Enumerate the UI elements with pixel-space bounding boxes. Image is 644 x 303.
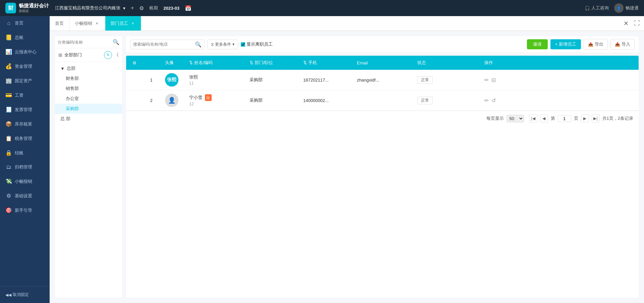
- table-body: 1 张熙 张熙 11 采购部: [126, 70, 639, 111]
- sidebar-item-ledger[interactable]: 📒 总账: [0, 30, 50, 45]
- calendar-icon[interactable]: 📅: [185, 5, 192, 11]
- show-resigned-checkbox[interactable]: [241, 42, 245, 47]
- first-page-button[interactable]: |◀: [529, 114, 537, 122]
- table-row: 2 👤 宁小雪 应: [126, 90, 639, 111]
- page-content: 🔍 ⊞ 全部部门 ✎ 《 ▼ 总部 财务部: [50, 31, 644, 303]
- dept-grid-icon: ⊞: [58, 52, 62, 58]
- tab-close-icon[interactable]: ✕: [622, 18, 630, 29]
- search-icon[interactable]: 🔍: [195, 41, 202, 48]
- row1-avatar: 张熙: [160, 70, 184, 90]
- per-page-select[interactable]: 50 10 20 100: [506, 115, 524, 122]
- row2-emp-code: 12: [189, 102, 212, 106]
- export-icon: 📤: [588, 42, 593, 47]
- sidebar-item-expense[interactable]: 💸 小畅报销: [0, 174, 50, 189]
- archive-icon: 🗂: [5, 164, 12, 170]
- col-settings[interactable]: ⚙: [126, 56, 143, 70]
- settings-nav-icon: ⚙: [5, 193, 12, 199]
- tab-employees-label: 部门员工: [111, 20, 128, 27]
- all-dept-label: 全部部门: [64, 52, 102, 58]
- dept-item-sales[interactable]: 销售部: [55, 84, 122, 94]
- more-filter-button[interactable]: ⧖ 更多条件 ▾: [207, 40, 238, 49]
- row2-status: 正常: [412, 90, 479, 111]
- settings-icon[interactable]: ⚙: [139, 5, 144, 11]
- sidebar-item-archive[interactable]: 🗂 归档管理: [0, 160, 50, 174]
- tab-expense-close[interactable]: ×: [94, 21, 100, 26]
- sidebar-item-tax[interactable]: 📋 税务管理: [0, 131, 50, 146]
- col-dept[interactable]: ⇅ 部门/职位: [244, 56, 298, 70]
- dept-item-hq2[interactable]: 总 部: [55, 114, 122, 124]
- user-area[interactable]: 👤 畅捷通: [614, 3, 639, 13]
- company-selector[interactable]: 江西服宝精品有限责任公司内账张 ▾: [55, 5, 125, 11]
- logo-icon: 财: [5, 3, 16, 13]
- row2-dept: 采购部: [244, 90, 298, 111]
- row1-email: zhangxidf...: [352, 70, 412, 90]
- dept-label-sales: 销售部: [66, 86, 79, 92]
- support-button[interactable]: 🎧 人工咨询: [585, 5, 609, 11]
- total-info: 共1页，2条记录: [602, 115, 633, 121]
- tab-employees-close[interactable]: ×: [130, 21, 136, 26]
- col-phone[interactable]: ⇅ 手机: [298, 56, 352, 70]
- add-tab-icon[interactable]: +: [131, 5, 134, 11]
- logo-text-group: 畅捷通好会计 旗舰版: [19, 3, 49, 13]
- dept-item-finance[interactable]: 财务部: [55, 73, 122, 84]
- filter-icon: ⧖: [211, 42, 214, 47]
- row1-logout-icon[interactable]: ⊟: [491, 77, 496, 83]
- sidebar-item-inventory[interactable]: 📦 库存核算: [0, 117, 50, 131]
- dept-search-icon[interactable]: 🔍: [113, 39, 119, 45]
- dept-item-office[interactable]: 办公室: [55, 94, 122, 104]
- tab-expense-label: 小畅报销: [75, 20, 92, 27]
- sidebar-item-reports[interactable]: 📊 云报表中心: [0, 45, 50, 59]
- tab-home[interactable]: 首页: [50, 16, 69, 31]
- show-resigned-checkbox-area[interactable]: 显示离职员工: [241, 41, 273, 47]
- company-name: 江西服宝精品有限责任公司内账张: [55, 5, 120, 11]
- import-button[interactable]: 📥 导入: [610, 39, 635, 50]
- row2-delete-icon[interactable]: ↺: [491, 97, 496, 104]
- last-page-button[interactable]: ▶|: [592, 114, 600, 122]
- dept-edit-button[interactable]: ✎: [104, 51, 112, 59]
- filter-dropdown-icon: ▾: [232, 42, 234, 47]
- tab-expense[interactable]: 小畅报销 ×: [69, 16, 105, 31]
- prev-page-button[interactable]: ◀: [540, 114, 548, 122]
- col-name[interactable]: ⇅ 姓名/编码: [184, 56, 244, 70]
- row1-actions: ✏ ⊟: [479, 70, 639, 90]
- sidebar-item-funds[interactable]: 💰 资金管理: [0, 59, 50, 73]
- tab-employees[interactable]: 部门员工 ×: [105, 16, 141, 31]
- add-employee-button[interactable]: + 新增员工: [550, 39, 581, 49]
- sidebar-item-closing[interactable]: 🔒 结账: [0, 146, 50, 160]
- dept-item-hq[interactable]: ▼ 总部: [55, 63, 122, 73]
- sidebar-label-home: 首页: [15, 20, 23, 26]
- sidebar-item-guide[interactable]: 🎯 新手引导: [0, 203, 50, 217]
- dept-item-purchase[interactable]: 采购部: [55, 104, 122, 114]
- sidebar-item-settings[interactable]: ⚙ 基础设置: [0, 189, 50, 203]
- app-name: 畅捷通好会计: [19, 3, 49, 9]
- dept-search-input[interactable]: [58, 40, 111, 45]
- home-icon: ⌂: [5, 20, 12, 26]
- sidebar-item-salary[interactable]: 💳 工资: [0, 88, 50, 102]
- page-label-ye: 页: [574, 115, 578, 121]
- page-number-input[interactable]: [558, 115, 571, 122]
- dept-search-area: 🔍: [55, 36, 122, 48]
- dept-collapse-icon[interactable]: 《: [114, 52, 119, 58]
- sidebar-item-assets[interactable]: 🏢 固定资产: [0, 73, 50, 88]
- tab-expand-icon[interactable]: ⛶: [633, 18, 641, 28]
- invite-button[interactable]: 邀请: [527, 39, 548, 49]
- sidebar-item-invoice[interactable]: 🧾 发票管理: [0, 102, 50, 117]
- sidebar-label-settings: 基础设置: [15, 193, 32, 199]
- employee-search-input[interactable]: [133, 42, 194, 47]
- sidebar-item-home[interactable]: ⌂ 首页: [0, 16, 50, 30]
- sidebar-label-guide: 新手引导: [15, 207, 32, 213]
- cancel-fixed-button[interactable]: ◀◀ 取消固定: [0, 289, 50, 300]
- row2-edit-icon[interactable]: ✏: [484, 97, 489, 104]
- export-button[interactable]: 📤 导出: [584, 39, 608, 50]
- assets-icon: 🏢: [5, 78, 12, 84]
- row1-name: 张熙 11: [184, 70, 244, 90]
- inventory-icon: 📦: [5, 121, 12, 127]
- import-label: 导入: [622, 41, 630, 47]
- row1-edit-icon[interactable]: ✏: [484, 77, 489, 83]
- col-num: [143, 56, 160, 70]
- next-page-button[interactable]: ▶: [581, 114, 589, 122]
- row2-select: [126, 90, 143, 111]
- expense-icon: 💸: [5, 178, 12, 185]
- invoice-icon: 🧾: [5, 106, 12, 113]
- row2-phone: 140000002...: [298, 90, 352, 111]
